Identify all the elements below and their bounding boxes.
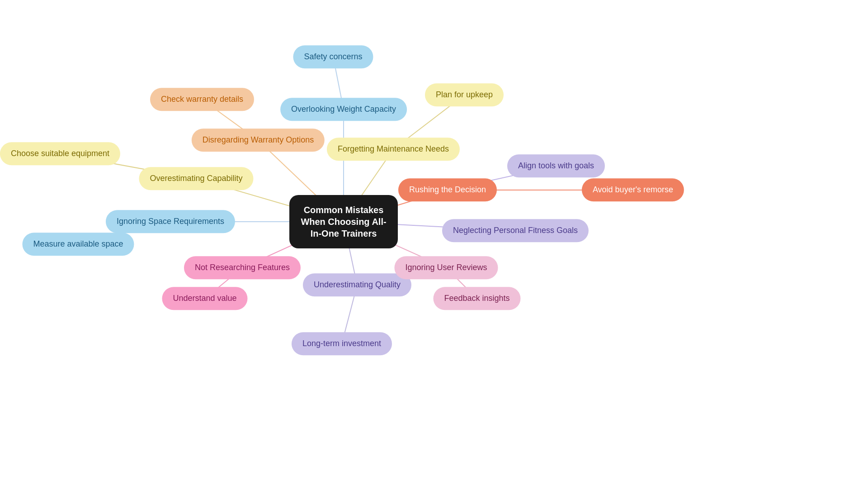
mindmap-container: Common Mistakes When Choosing All-In-One…	[0, 0, 868, 490]
node-fitness: Neglecting Personal Fitness Goals	[442, 219, 589, 242]
center-node: Common Mistakes When Choosing All-In-One…	[289, 195, 398, 248]
node-warranty: Disregarding Warranty Options	[192, 128, 325, 152]
node-capability: Overestimating Capability	[139, 167, 253, 190]
node-upkeep: Plan for upkeep	[425, 83, 504, 106]
node-remorse: Avoid buyer's remorse	[582, 178, 684, 201]
node-rushing: Rushing the Decision	[398, 178, 497, 201]
node-align: Align tools with goals	[507, 154, 605, 177]
node-value: Understand value	[162, 287, 247, 310]
node-features: Not Researching Features	[184, 256, 301, 279]
node-weight: Overlooking Weight Capacity	[280, 98, 407, 121]
node-safety: Safety concerns	[293, 45, 373, 68]
node-quality: Underestimating Quality	[303, 273, 411, 296]
node-space: Ignoring Space Requirements	[106, 210, 235, 233]
node-reviews: Ignoring User Reviews	[394, 256, 498, 279]
node-warranty-check: Check warranty details	[150, 88, 254, 111]
node-feedback: Feedback insights	[433, 287, 520, 310]
node-suitable: Choose suitable equipment	[0, 142, 120, 165]
node-measure: Measure available space	[22, 233, 134, 256]
node-longterm: Long-term investment	[292, 332, 392, 355]
node-maintenance: Forgetting Maintenance Needs	[327, 138, 460, 161]
